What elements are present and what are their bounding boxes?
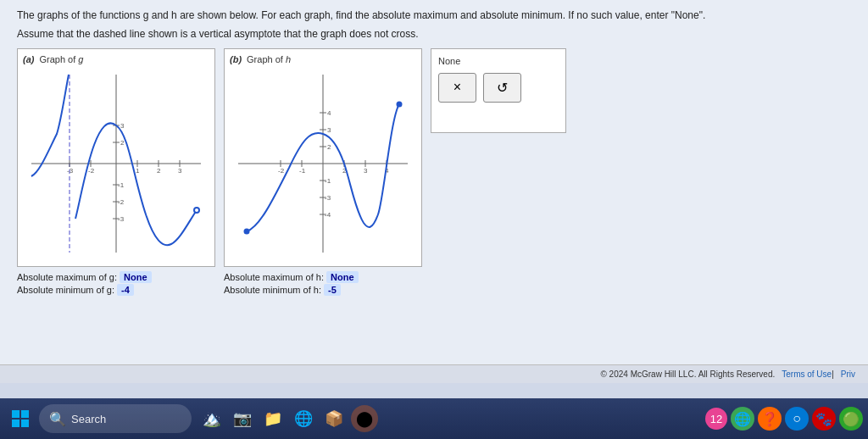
svg-text:2: 2 (120, 139, 125, 147)
answer-buttons: × ↺ (438, 73, 559, 103)
svg-text:-3: -3 (67, 167, 74, 175)
svg-rect-57 (21, 420, 29, 427)
graph-h-canvas: 4 3 2 -1 -2 4 3 2 -1 -3 -4 (230, 66, 416, 261)
taskbar-icon-camera[interactable]: 📷 (229, 405, 256, 432)
svg-text:-1: -1 (325, 177, 331, 185)
x-button[interactable]: × (438, 73, 476, 103)
svg-text:-4: -4 (325, 211, 331, 219)
terms-link[interactable]: Terms of Use (782, 370, 832, 379)
taskbar-icon-folder[interactable]: 📁 (259, 405, 287, 432)
svg-text:-1: -1 (299, 167, 306, 175)
footer: © 2024 McGraw Hill LLC. All Rights Reser… (0, 364, 868, 383)
intro-text: The graphs of the functions g and h are … (17, 8, 851, 23)
start-button[interactable] (5, 403, 36, 434)
svg-text:2: 2 (157, 167, 161, 175)
taskbar-icon-store[interactable]: 📦 (320, 405, 348, 432)
graph-g-canvas: 3 2 1 -2 -3 3 2 -1 -2 -3 (23, 66, 209, 261)
svg-text:-3: -3 (118, 215, 125, 223)
svg-text:2: 2 (327, 143, 331, 151)
graph-g-info: Absolute maximum of g: None Absolute min… (17, 272, 215, 297)
taskbar-icons: 🏔️ 📷 📁 🌐 📦 ⬤ (198, 405, 378, 432)
copyright-text: © 2024 McGraw Hill LLC. All Rights Reser… (600, 370, 775, 379)
svg-text:3: 3 (364, 167, 368, 175)
taskbar: 🔍 Search 🏔️ 📷 📁 🌐 📦 ⬤ 12 🌐 ❓ ○ 🐾 🟢 (0, 398, 868, 439)
search-bar-label: Search (71, 413, 106, 425)
undo-button[interactable]: ↺ (483, 73, 521, 103)
graph-h-label: (b) Graph of h (230, 54, 416, 64)
taskbar-sys-icon1[interactable]: 🌐 (731, 407, 754, 431)
svg-text:-2: -2 (118, 198, 125, 206)
taskbar-icon-browser[interactable]: 🌐 (290, 405, 317, 432)
taskbar-sys-clock[interactable]: 12 (705, 408, 727, 430)
search-icon: 🔍 (49, 411, 66, 427)
svg-text:-2: -2 (88, 167, 95, 175)
svg-rect-54 (12, 410, 19, 418)
svg-text:4: 4 (327, 109, 331, 117)
svg-text:3: 3 (327, 126, 331, 134)
main-content: The graphs of the functions g and h are … (0, 0, 868, 364)
svg-rect-55 (21, 410, 29, 418)
answer-panel-title: None (438, 56, 559, 66)
svg-rect-56 (12, 420, 19, 427)
answer-panel: None × ↺ (431, 48, 566, 133)
taskbar-icon-app1[interactable]: ⬤ (351, 405, 378, 432)
svg-text:-3: -3 (325, 194, 331, 202)
svg-text:1: 1 (136, 167, 140, 175)
search-bar[interactable]: 🔍 Search (39, 404, 192, 433)
graph-h-panel: (b) Graph of h (224, 48, 422, 267)
svg-point-25 (194, 208, 199, 213)
taskbar-sys-icon3[interactable]: ○ (785, 407, 809, 431)
taskbar-right: 12 🌐 ❓ ○ 🐾 🟢 (705, 407, 863, 431)
assume-text: Assume that the dashed line shown is a v… (17, 28, 851, 40)
svg-text:-1: -1 (118, 181, 125, 189)
graph-g-label: (a) Graph of g (23, 54, 209, 64)
svg-text:3: 3 (178, 167, 182, 175)
graph-g-panel: (a) Graph of g (17, 48, 215, 267)
svg-text:-2: -2 (278, 167, 285, 175)
svg-text:3: 3 (120, 122, 125, 130)
graphs-row: (a) Graph of g (17, 48, 851, 297)
svg-point-53 (397, 101, 403, 107)
taskbar-sys-icon2[interactable]: ❓ (758, 407, 782, 431)
graph-h-info: Absolute maximum of h: None Absolute min… (224, 272, 422, 297)
taskbar-sys-icon5[interactable]: 🟢 (839, 407, 863, 431)
privacy-link[interactable]: Priv (841, 370, 855, 379)
taskbar-sys-icon4[interactable]: 🐾 (812, 407, 836, 431)
taskbar-icon-mountain[interactable]: 🏔️ (198, 405, 225, 432)
